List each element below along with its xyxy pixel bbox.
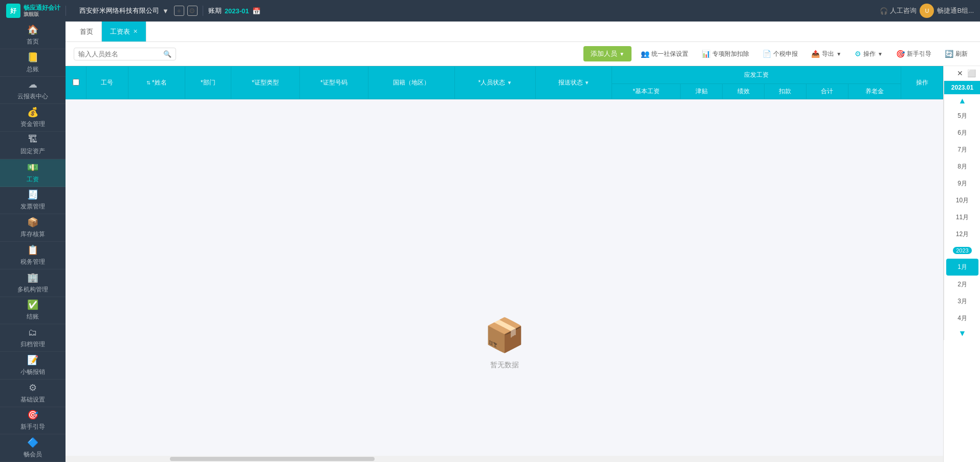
sidebar-item-fund[interactable]: 💰 资金管理 (0, 104, 66, 132)
scrollbar-thumb[interactable] (170, 457, 375, 461)
calendar-icon[interactable]: 📅 (252, 7, 260, 15)
inventory-icon: 📦 (27, 217, 38, 228)
sidebar: 🏠 首页 📒 总账 ☁ 云报表中心 💰 资金管理 🏗 固定资产 💵 工资 (0, 22, 66, 462)
tax-icon: 📄 (763, 50, 771, 58)
th-operations: 操作 (901, 67, 943, 99)
service-button[interactable]: 🎧 人工咨询 (880, 6, 917, 15)
settings-button[interactable]: ⚙ (187, 6, 198, 16)
th-pension: 养老金 (848, 84, 901, 99)
sidebar-item-invoice[interactable]: 🧾 发票管理 (0, 187, 66, 215)
date-panel-header: 2023.01 (944, 81, 980, 94)
special-deduction-label: 专项附加扣除 (712, 50, 749, 58)
sidebar-item-tax[interactable]: 📋 税务管理 (0, 242, 66, 269)
refresh-icon: 🔄 (945, 50, 953, 58)
sidebar-label-fund: 资金管理 (20, 120, 45, 129)
app-logo: 好 畅应通好会计 旗舰版 (6, 4, 60, 18)
logo-icon: 好 (6, 4, 20, 18)
date-month-1-2023[interactable]: 1月 (946, 259, 978, 276)
operations-label: 操作 (863, 50, 876, 58)
tabs-bar: 首页 工资表 ✕ (66, 22, 980, 42)
date-month-3-2023[interactable]: 3月 (944, 293, 980, 310)
date-panel: 2023.01 ▲ 5月 6月 7月 8月 9月 10月 11月 12月 202… (944, 81, 980, 340)
tab-close-salary[interactable]: ✕ (133, 28, 138, 35)
sidebar-item-basic-settings[interactable]: ⚙ 基础设置 (0, 380, 66, 407)
horizontal-scrollbar[interactable] (66, 456, 943, 462)
expand-panel-button[interactable]: ⬜ (967, 69, 976, 77)
search-input[interactable] (78, 50, 161, 58)
th-checkbox[interactable] (66, 67, 86, 99)
sidebar-item-multi-org[interactable]: 🏢 多机构管理 (0, 269, 66, 297)
sidebar-label-inventory: 库存核算 (20, 230, 45, 239)
sidebar-item-guide[interactable]: 🎯 新手引导 (0, 407, 66, 435)
date-month-9-2022[interactable]: 9月 (944, 175, 980, 192)
sidebar-item-member[interactable]: 🔷 畅会员 (0, 434, 66, 462)
operations-icon: ⚙ (855, 50, 861, 58)
date-panel-up[interactable]: ▲ (959, 94, 967, 108)
report-status-filter-icon[interactable]: ▼ (584, 80, 590, 86)
select-all-checkbox[interactable] (73, 79, 79, 86)
date-month-10-2022[interactable]: 10月 (944, 192, 980, 209)
special-deduction-button[interactable]: 📊 专项附加扣除 (698, 48, 753, 60)
sidebar-label-salary: 工资 (27, 175, 39, 184)
company-selector[interactable]: 西安虾米网络科技有限公司 ▼ (79, 6, 169, 15)
sidebar-label-fixed-assets: 固定资产 (20, 147, 45, 156)
sidebar-label-basic-settings: 基础设置 (20, 395, 45, 404)
th-payroll-group: 应发工资 (612, 67, 901, 84)
close-panel-button[interactable]: ✕ (957, 69, 963, 77)
social-security-button[interactable]: 👥 统一社保设置 (637, 48, 692, 60)
sidebar-item-fixed-assets[interactable]: 🏗 固定资产 (0, 132, 66, 159)
sidebar-item-inventory[interactable]: 📦 库存核算 (0, 214, 66, 242)
add-company-button[interactable]: + (174, 6, 184, 16)
export-button[interactable]: 📤 导出 ▼ (807, 48, 845, 60)
user-name: 畅捷通B组... (937, 6, 974, 15)
sidebar-item-archive[interactable]: 🗂 归档管理 (0, 324, 66, 352)
th-personnel-status[interactable]: *人员状态 ▼ (454, 67, 535, 99)
add-employee-label: 添加人员 (591, 49, 617, 58)
tax-filing-button[interactable]: 📄 个税申报 (758, 48, 802, 60)
th-report-status[interactable]: 报送状态 ▼ (535, 67, 612, 99)
personnel-status-filter-icon[interactable]: ▼ (507, 80, 512, 86)
th-total: 合计 (806, 84, 848, 99)
invoice-icon: 🧾 (27, 189, 38, 200)
company-dropdown-icon[interactable]: ▼ (162, 7, 169, 15)
sidebar-label-multi-org: 多机构管理 (17, 285, 48, 294)
date-month-5-2022[interactable]: 5月 (944, 108, 980, 124)
service-label: 人工咨询 (890, 6, 917, 15)
date-month-7-2022[interactable]: 7月 (944, 141, 980, 158)
tab-salary[interactable]: 工资表 ✕ (102, 22, 146, 41)
divider-2 (203, 6, 203, 16)
date-month-4-2023[interactable]: 4月 (944, 310, 980, 327)
date-month-12-2022[interactable]: 12月 (944, 226, 980, 243)
operations-button[interactable]: ⚙ 操作 ▼ (851, 48, 887, 60)
guide-label: 新手引导 (907, 50, 931, 58)
tab-home[interactable]: 首页 (72, 22, 102, 41)
th-department: *部门 (185, 67, 231, 99)
user-avatar[interactable]: U (920, 4, 934, 18)
refresh-button[interactable]: 🔄 刷新 (941, 48, 972, 60)
sidebar-item-home[interactable]: 🏠 首页 (0, 22, 66, 49)
date-month-2-2023[interactable]: 2月 (944, 276, 980, 293)
guide-icon: 🎯 (896, 50, 905, 58)
tax-filing-label: 个税申报 (773, 50, 798, 58)
sidebar-label-ledger: 总账 (27, 65, 39, 74)
guide-button[interactable]: 🎯 新手引导 (892, 48, 935, 60)
home-icon: 🏠 (27, 24, 38, 35)
date-panel-down[interactable]: ▼ (959, 327, 967, 340)
th-allowance: 津贴 (681, 84, 723, 99)
add-employee-button[interactable]: 添加人员 ▼ (583, 46, 631, 61)
search-wrapper[interactable]: 🔍 (74, 48, 176, 60)
right-date-panel: ✕ ⬜ 2023.01 ▲ 5月 6月 7月 8月 9月 10月 11月 12月 (943, 66, 980, 462)
date-month-11-2022[interactable]: 11月 (944, 209, 980, 226)
date-month-6-2022[interactable]: 6月 (944, 124, 980, 141)
fund-icon: 💰 (27, 107, 38, 118)
sidebar-item-cloud-report[interactable]: ☁ 云报表中心 (0, 77, 66, 104)
date-month-8-2022[interactable]: 8月 (944, 158, 980, 175)
sidebar-item-salary[interactable]: 💵 工资 (0, 159, 66, 187)
tax-icon: 📋 (27, 244, 38, 256)
sidebar-item-expense[interactable]: 📝 小畅报销 (0, 352, 66, 380)
ledger-icon: 📒 (27, 52, 38, 63)
sidebar-item-ledger[interactable]: 📒 总账 (0, 49, 66, 77)
tab-home-label: 首页 (80, 27, 93, 36)
period-selector[interactable]: 账期 2023-01 📅 (208, 6, 260, 15)
sidebar-item-settlement[interactable]: ✅ 结账 (0, 297, 66, 325)
